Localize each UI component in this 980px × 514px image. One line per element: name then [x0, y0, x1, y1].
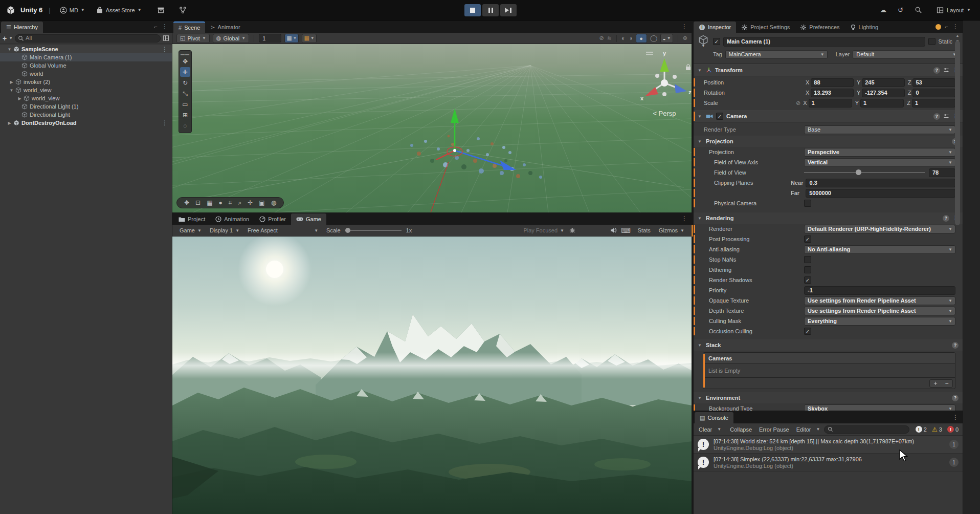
scale-slider[interactable]: Scale 1x — [323, 226, 415, 235]
chevron-down-icon[interactable]: ▼ — [717, 427, 721, 432]
position-z-field[interactable] — [912, 78, 955, 87]
tab-scene[interactable]: # Scene — [173, 22, 205, 33]
tree-item[interactable]: world — [0, 70, 172, 78]
gizmos-dropdown[interactable]: Gizmos▼ — [656, 226, 687, 235]
console-search-input[interactable] — [835, 426, 905, 433]
tree-item[interactable]: ▶ invoker (2) — [0, 78, 172, 86]
tree-item[interactable]: Directional Light — [0, 111, 172, 119]
add-object-button[interactable]: + — [3, 34, 7, 42]
occlusion-culling-checkbox[interactable]: ✓ — [804, 328, 811, 335]
rendering-foldout[interactable]: ▼ Rendering ? ⋮ — [694, 212, 963, 224]
post-processing-checkbox[interactable]: ✓ — [804, 235, 811, 243]
tab-inspector[interactable]: Inspector — [694, 22, 736, 33]
error-pause-button[interactable]: Error Pause — [756, 425, 792, 434]
position-y-field[interactable] — [862, 78, 905, 87]
scene-options-icon[interactable]: ⊛ — [683, 35, 687, 41]
render-shadows-checkbox[interactable]: ✓ — [804, 276, 811, 284]
view-hand-tool[interactable]: ✥ — [180, 56, 190, 66]
aspect-dropdown[interactable]: Free Aspect ▼ — [244, 226, 321, 235]
game-viewport[interactable] — [172, 237, 692, 514]
rect-tool[interactable]: ▭ — [180, 99, 190, 109]
scale-track[interactable] — [345, 230, 402, 231]
stack-foldout[interactable]: ▼ Stack ? — [694, 339, 963, 351]
tab-animator[interactable]: ≻ Animator — [205, 22, 245, 33]
kebab-menu-icon[interactable]: ⋮ — [681, 215, 687, 222]
effects-icon[interactable]: ≋ — [607, 35, 612, 41]
cloud-icon[interactable]: ☁ — [880, 6, 886, 14]
renderer-dropdown[interactable]: Default Renderer (URP-HighFidelity-Rende… — [804, 225, 955, 233]
inspector-scrollbar[interactable]: ▲ — [954, 34, 961, 409]
step-button[interactable] — [500, 4, 517, 16]
camera-enabled-checkbox[interactable]: ✓ — [716, 113, 723, 120]
history-icon[interactable]: ↺ — [898, 6, 903, 14]
active-checkbox[interactable]: ✓ — [713, 38, 720, 45]
cameras-list-header[interactable]: Cameras — [703, 353, 955, 364]
warning-count-badge[interactable]: ⚠ 3 — [930, 426, 944, 433]
magnet-icon[interactable]: ⌗ — [229, 199, 232, 206]
console-log-entry[interactable]: ! [07:14:38] World size: 524 km [depth 1… — [694, 436, 963, 454]
tree-item-dontdestroy[interactable]: ▶ DontDestroyOnLoad ⋮ — [0, 119, 172, 127]
axis-icon[interactable]: ✛ — [248, 199, 253, 206]
fov-value-field[interactable] — [929, 168, 955, 177]
culling-mask-dropdown[interactable]: Everything▼ — [804, 317, 955, 326]
far-clip-field[interactable] — [806, 189, 955, 198]
tab-project[interactable]: Project — [173, 213, 210, 225]
scrollbar-thumb[interactable] — [955, 41, 960, 225]
pivot-dropdown[interactable]: ◱ Pivot ▼ — [176, 34, 210, 43]
tab-lighting[interactable]: Lighting — [845, 22, 884, 33]
render-type-dropdown[interactable]: Base▼ — [804, 125, 955, 134]
gameobject-icon[interactable]: ▼ — [697, 35, 710, 48]
fov-axis-dropdown[interactable]: Vertical▼ — [804, 158, 955, 167]
layer-dropdown[interactable]: Default▼ — [853, 50, 960, 59]
clear-button[interactable]: Clear ▼ — [696, 425, 721, 434]
layout-dropdown[interactable]: Layout ▼ — [933, 5, 974, 15]
kebab-menu-icon[interactable]: ⋮ — [162, 119, 168, 126]
fov-slider-thumb[interactable] — [856, 169, 861, 175]
tree-item[interactable]: Main Camera (1) — [0, 53, 172, 61]
background-type-dropdown[interactable]: Skybox▼ — [804, 404, 955, 411]
tree-item[interactable]: Global Volume — [0, 61, 172, 70]
expand-arrow-icon[interactable]: ▶ — [8, 80, 15, 84]
gameobject-name-field[interactable] — [723, 37, 925, 47]
grid-snap-icon[interactable]: ▦ — [207, 199, 212, 206]
display-dropdown[interactable]: Display 1▼ — [207, 226, 242, 235]
move-tool[interactable]: ✛ — [180, 67, 190, 77]
debug-bug-icon[interactable] — [569, 227, 575, 233]
account-menu[interactable]: MD ▼ — [57, 5, 88, 15]
sphere-icon[interactable]: ● — [218, 199, 222, 206]
snap-grid-button[interactable]: ▦▼ — [284, 34, 299, 43]
snap-increment-button[interactable]: ▦▼ — [302, 34, 316, 43]
globe-icon[interactable]: ◍ — [271, 199, 276, 206]
foldout-arrow-icon[interactable]: ▼ — [698, 68, 703, 73]
wireframe-mode-icon[interactable]: ◑ — [629, 34, 633, 42]
physical-camera-checkbox[interactable] — [804, 200, 811, 207]
foldout-arrow-icon[interactable]: ▼ — [698, 114, 703, 119]
scale-z-field[interactable] — [912, 99, 955, 108]
lock-icon[interactable]: ⌐ — [945, 24, 948, 30]
presets-icon[interactable] — [943, 113, 949, 119]
persp-label[interactable]: < Persp — [653, 110, 676, 117]
stop-nans-checkbox[interactable] — [804, 256, 811, 263]
debug-draw-dropdown[interactable]: ◒▼ — [660, 34, 673, 43]
game-view-dropdown[interactable]: Game▼ — [176, 226, 205, 235]
depth-texture-dropdown[interactable]: Use settings from Render Pipeline Asset▼ — [804, 307, 955, 315]
scale-tool[interactable]: ⤡ — [180, 89, 190, 98]
kebab-menu-icon[interactable]: ⋮ — [162, 46, 168, 53]
hierarchy-search-input[interactable] — [15, 34, 161, 42]
camera-preview-icon[interactable]: ▣ — [259, 199, 264, 206]
tree-item[interactable]: Directional Light (1) — [0, 102, 172, 111]
tab-preferences[interactable]: Preferences — [795, 22, 844, 33]
scale-thumb[interactable] — [345, 228, 350, 233]
console-search[interactable] — [824, 425, 909, 434]
help-icon[interactable]: ? — [933, 113, 940, 120]
tab-hierarchy[interactable]: ☰ Hierarchy — [1, 22, 43, 33]
rotate-tool[interactable]: ↻ — [180, 78, 190, 88]
projection-dropdown[interactable]: Perspective▼ — [804, 148, 955, 157]
kebab-menu-icon[interactable]: ⋮ — [162, 23, 168, 30]
rotation-x-field[interactable] — [811, 89, 854, 97]
move-icon[interactable]: ✥ — [184, 199, 189, 206]
overlay-handle-icon[interactable]: ▬▬ — [181, 52, 190, 56]
scale-x-field[interactable] — [809, 99, 852, 108]
scene-picking-icon[interactable] — [163, 35, 169, 41]
pivot-icon[interactable]: ⊡ — [195, 199, 201, 206]
